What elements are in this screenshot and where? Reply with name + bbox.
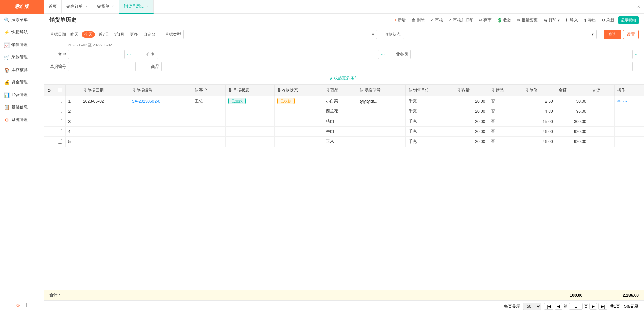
tab-sales-history[interactable]: 销货单历史 × <box>119 0 154 14</box>
abandon-button[interactable]: ↩ 弃审 <box>477 17 493 24</box>
sidebar-item-sales[interactable]: 📈 销售管理 <box>0 38 44 51</box>
row-checkbox[interactable] <box>58 139 62 144</box>
cell-checkbox[interactable] <box>55 137 65 147</box>
row-checkbox[interactable] <box>58 99 62 103</box>
sidebar-item-operation[interactable]: 📊 经营管理 <box>0 88 44 101</box>
refresh-button[interactable]: ↻ 刷新 <box>600 17 616 24</box>
row-checkbox[interactable] <box>58 109 62 113</box>
collect-button[interactable]: 💲 收款 <box>496 17 513 24</box>
add-button[interactable]: + 新增 <box>393 17 407 24</box>
filter-settings-button[interactable]: 设置 <box>623 30 639 39</box>
goods-input[interactable] <box>161 62 633 71</box>
select-all-checkbox[interactable] <box>58 88 62 92</box>
col-unit-price[interactable]: ⇅ 单价 <box>522 85 556 96</box>
import-button[interactable]: ⬇ 导入 <box>564 17 579 24</box>
next-page-btn[interactable]: ▶ <box>589 303 597 310</box>
col-unit[interactable]: ⇅ 销售单位 <box>405 85 454 96</box>
filter-warehouse: 仓库 ··· <box>138 50 385 59</box>
sidebar-item-label: 基础信息 <box>11 104 28 110</box>
date-btn-yesterday[interactable]: 昨天 <box>68 31 80 38</box>
tab-sales-delivery-close[interactable]: × <box>112 5 114 8</box>
customer-search-btn[interactable]: ··· <box>127 52 131 57</box>
col-doc-date[interactable]: ⇅ 单据日期 <box>80 85 129 96</box>
col-gift[interactable]: ⇅ 赠品 <box>488 85 522 96</box>
sidebar-item-quick-nav[interactable]: ⚡ 快捷导航 <box>0 26 44 38</box>
sidebar-item-label: 系统管理 <box>11 117 28 123</box>
date-btn-today[interactable]: 今天 <box>82 31 95 38</box>
col-gear[interactable]: ⚙ <box>44 85 55 96</box>
collapse-sidebar-icon[interactable]: ⏸ <box>23 302 28 309</box>
col-qty[interactable]: ⇅ 数量 <box>454 85 488 96</box>
delete-button[interactable]: 🗑 删除 <box>410 17 426 24</box>
row-checkbox[interactable] <box>58 119 62 123</box>
cell-doc-no <box>129 127 192 137</box>
approve-button[interactable]: ✓ 审核 <box>429 17 444 24</box>
tab-sales-history-close[interactable]: × <box>147 4 149 8</box>
cell-checkbox[interactable] <box>55 127 65 137</box>
col-goods[interactable]: ⇅ 商品 <box>323 85 357 96</box>
col-payment-status[interactable]: ⇅ 收款状态 <box>274 85 323 96</box>
export-label: 导出 <box>588 17 596 23</box>
data-table: ⚙ ⇅ 单据日期 ⇅ 单据编号 ⇅ 客户 ⇅ 单据状态 ⇅ 收款状态 ⇅ 商品 … <box>44 85 644 147</box>
show-detail-button[interactable]: 显示明细 <box>618 16 639 24</box>
col-doc-no[interactable]: ⇅ 单据编号 <box>129 85 192 96</box>
page-number-input[interactable] <box>569 303 583 310</box>
sidebar-item-search[interactable]: 🔍 搜索菜单 <box>0 14 44 26</box>
cell-action[interactable] <box>615 106 644 116</box>
collapse-button[interactable]: ∧ 收起更多条件 <box>330 75 358 81</box>
tab-sales-order-close[interactable]: × <box>85 5 87 8</box>
cell-action[interactable]: ✏⋯ <box>615 96 644 106</box>
payment-status-select[interactable]: ▾ <box>403 30 597 39</box>
export-button[interactable]: ⬆ 导出 <box>582 17 597 24</box>
prev-page-btn[interactable]: ◀ <box>555 303 562 310</box>
approve-print-button[interactable]: ✓ 审核并打印 <box>447 17 475 24</box>
col-customer[interactable]: ⇅ 客户 <box>192 85 226 96</box>
cell-action[interactable] <box>615 116 644 127</box>
cell-checkbox[interactable] <box>55 106 65 116</box>
doc-no-label: 单据编号 <box>49 64 66 70</box>
col-doc-status[interactable]: ⇅ 单据状态 <box>226 85 274 96</box>
date-btn-more[interactable]: 更多 <box>128 31 140 38</box>
goods-search-btn[interactable]: ··· <box>635 64 639 69</box>
date-btn-1month[interactable]: 近1月 <box>112 31 127 38</box>
cell-action[interactable] <box>615 137 644 147</box>
date-btn-7days[interactable]: 近7天 <box>96 31 111 38</box>
tab-home[interactable]: 首页 <box>44 0 62 14</box>
settings-bottom-icon[interactable]: ⚙ <box>16 302 20 309</box>
tab-sales-order[interactable]: 销售订单 × <box>62 0 92 14</box>
cell-checkbox[interactable] <box>55 116 65 127</box>
batch-change-button[interactable]: ✏ 批量变更 <box>515 17 539 24</box>
col-spec[interactable]: ⇅ 规格型号 <box>357 85 405 96</box>
sidebar-item-system[interactable]: ⚙ 系统管理 <box>0 113 44 126</box>
date-btn-custom[interactable]: 自定义 <box>141 31 158 38</box>
tab-sales-delivery[interactable]: 销货单 × <box>92 0 119 14</box>
doc-type-select[interactable]: ▾ <box>183 30 377 39</box>
sidebar-item-inventory[interactable]: 🏠 库存核算 <box>0 63 44 76</box>
cell-doc-no[interactable]: SA-20230602-0 <box>129 96 192 106</box>
close-all-tabs[interactable]: × <box>633 4 644 9</box>
edit-action-icon[interactable]: ✏ <box>617 99 621 104</box>
sidebar-item-finance[interactable]: 💰 资金管理 <box>0 76 44 88</box>
cell-delivery <box>589 127 615 137</box>
cell-action[interactable] <box>615 127 644 137</box>
staff-input[interactable] <box>410 50 633 59</box>
sidebar-item-purchase[interactable]: 🛒 采购管理 <box>0 51 44 63</box>
last-page-btn[interactable]: ▶| <box>598 303 607 310</box>
cell-spec <box>357 116 405 127</box>
print-button[interactable]: 🖨 打印 ▾ <box>542 17 561 24</box>
staff-search-btn[interactable]: ··· <box>635 52 639 57</box>
sidebar-item-basic[interactable]: 📋 基础信息 <box>0 101 44 113</box>
row-checkbox[interactable] <box>58 129 62 133</box>
customer-input[interactable] <box>68 50 125 59</box>
warehouse-input[interactable] <box>157 50 379 59</box>
per-page-select[interactable]: 50 100 <box>523 303 541 310</box>
first-page-btn[interactable]: |◀ <box>544 303 553 310</box>
doc-no-input[interactable] <box>68 62 136 71</box>
doc-no-link[interactable]: SA-20230602-0 <box>132 99 160 104</box>
page-title: 销货单历史 <box>49 17 76 24</box>
cell-gear <box>44 127 55 137</box>
cell-checkbox[interactable] <box>55 96 65 106</box>
more-action-icon[interactable]: ⋯ <box>623 99 627 104</box>
query-button[interactable]: 查询 <box>604 30 621 39</box>
warehouse-search-btn[interactable]: ··· <box>381 52 385 57</box>
